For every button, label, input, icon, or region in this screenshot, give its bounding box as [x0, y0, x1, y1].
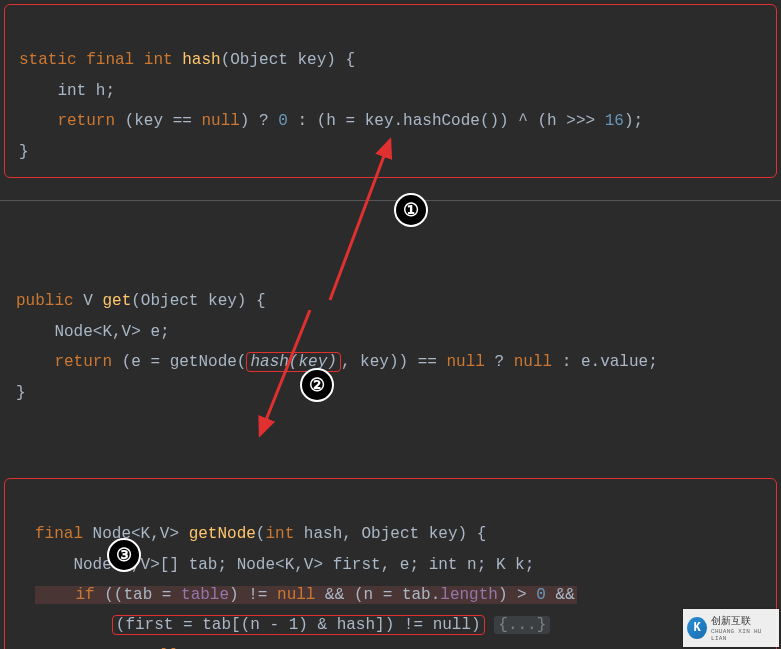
- watermark-text: 创新互联 CHUANG XIN HU LIAN: [711, 614, 775, 642]
- kw: public: [16, 292, 83, 310]
- field-table: table: [181, 586, 229, 604]
- num: 16: [605, 112, 624, 130]
- num: 0: [278, 112, 288, 130]
- field-length: length: [440, 586, 498, 604]
- kw-if: if: [37, 586, 104, 604]
- svg-line-1: [260, 310, 310, 435]
- expr: ?: [485, 353, 514, 371]
- line: Node<K,V> e;: [16, 323, 170, 341]
- fn-get: get: [102, 292, 131, 310]
- brace: }: [16, 384, 26, 402]
- expr: ((tab =: [104, 586, 181, 604]
- brace: }: [19, 143, 29, 161]
- kw-null: null: [277, 586, 315, 604]
- expr: : e.value;: [552, 353, 658, 371]
- expr: (e = getNode(: [122, 353, 247, 371]
- num: 0: [536, 586, 546, 604]
- watermark-line1: 创新互联: [711, 614, 775, 628]
- p: (: [256, 525, 266, 543]
- kw-null: null: [514, 353, 552, 371]
- expr: && (n = tab.: [315, 586, 440, 604]
- kw-null: null: [447, 353, 485, 371]
- kw: final: [35, 525, 93, 543]
- fold-icon[interactable]: {...}: [494, 616, 550, 634]
- highlight-index-expr: (first = tab[(n - 1) & hash]) != null): [112, 615, 485, 635]
- kw-return: return: [19, 112, 125, 130]
- expr: );: [624, 112, 643, 130]
- kw-null: null: [201, 112, 239, 130]
- sig: (Object key) {: [131, 292, 265, 310]
- badge-2: ②: [300, 368, 334, 402]
- badge-1: ①: [394, 193, 428, 227]
- kw-return: return: [16, 353, 122, 371]
- svg-line-0: [330, 140, 390, 300]
- type: V: [83, 292, 102, 310]
- expr: &&: [546, 586, 575, 604]
- line: int h;: [19, 82, 115, 100]
- expr: , key)) ==: [341, 353, 447, 371]
- watermark: K 创新互联 CHUANG XIN HU LIAN: [683, 609, 779, 647]
- sig: hash, Object key) {: [294, 525, 486, 543]
- fn-getnode: getNode: [189, 525, 256, 543]
- expr: ) >: [498, 586, 536, 604]
- fn-hash: hash: [182, 51, 220, 69]
- expr: ) ?: [240, 112, 278, 130]
- kw: static final int: [19, 51, 182, 69]
- kw-int: int: [265, 525, 294, 543]
- type: Node<K,V>: [93, 525, 189, 543]
- watermark-logo-icon: K: [687, 617, 707, 639]
- sig: (Object key) {: [221, 51, 355, 69]
- badge-3: ③: [107, 538, 141, 572]
- highlight-row: if ((tab = table) != null && (n = tab.le…: [35, 586, 577, 604]
- watermark-line2: CHUANG XIN HU LIAN: [711, 628, 775, 642]
- expr: (key ==: [125, 112, 202, 130]
- expr: ) !=: [229, 586, 277, 604]
